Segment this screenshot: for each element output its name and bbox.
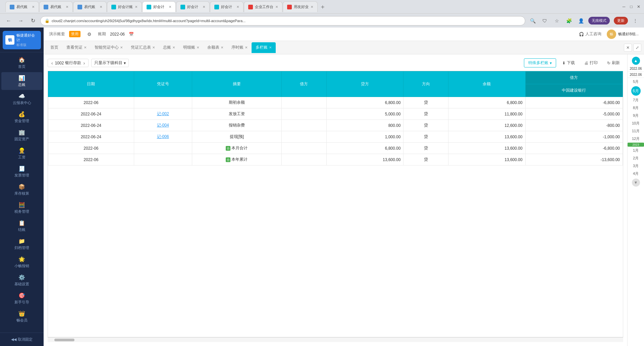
cell-voucher[interactable]: 记-006 bbox=[134, 131, 192, 143]
date-month-6-active[interactable]: 6月 bbox=[631, 86, 641, 96]
horizontal-scrollbar[interactable] bbox=[48, 337, 623, 342]
tab-close-icon[interactable]: ✕ bbox=[32, 5, 35, 9]
new-tab-button[interactable]: ＋ bbox=[318, 2, 327, 11]
tab-close-icon[interactable]: ✕ bbox=[245, 46, 248, 49]
profile-icon[interactable]: 👤 bbox=[576, 16, 586, 26]
tab-close-icon[interactable]: ✕ bbox=[84, 46, 87, 49]
date-month-7[interactable]: 7月 bbox=[628, 96, 644, 104]
sidebar-item-guide[interactable]: 🎯 新手引导 bbox=[1, 290, 42, 307]
cell-extra: -800.00 bbox=[525, 120, 623, 131]
tab-detail-ledger[interactable]: 明细账 ✕ bbox=[179, 42, 203, 53]
incognito-mode-button[interactable]: 无痕模式 bbox=[588, 17, 610, 24]
tab-close-icon[interactable]: ✕ bbox=[269, 46, 272, 49]
tab-voucher-summary[interactable]: 凭证汇总表 ✕ bbox=[127, 42, 159, 53]
cell-voucher[interactable]: 记-004 bbox=[134, 120, 192, 131]
special-multicolumn-button[interactable]: 特殊多栏账 ▾ bbox=[524, 58, 556, 67]
sidebar-item-report[interactable]: ☁️ 云报表中心 bbox=[1, 90, 42, 108]
calendar-icon[interactable]: 📅 bbox=[129, 32, 134, 37]
sidebar-item-ledger[interactable]: 📊 总账 bbox=[1, 72, 42, 90]
tab-好会计账[interactable]: 好会计账 ✕ bbox=[107, 1, 142, 12]
extensions-icon[interactable]: 🧩 bbox=[564, 16, 574, 26]
tab-好会计-3[interactable]: 好会计 ✕ bbox=[210, 1, 244, 12]
back-button[interactable]: ← bbox=[4, 16, 13, 26]
sidebar-item-settings[interactable]: ⚙️ 基础设置 bbox=[1, 271, 42, 289]
date-month-8[interactable]: 8月 bbox=[628, 104, 644, 112]
reload-button[interactable]: ↻ bbox=[28, 16, 38, 26]
unpin-button[interactable]: ◀◀ 取消固定 bbox=[1, 336, 42, 343]
menu-icon[interactable]: ⋮ bbox=[631, 16, 640, 26]
tab-close-icon[interactable]: ✕ bbox=[66, 5, 68, 9]
sidebar-item-invoice[interactable]: 🧾 发票管理 bbox=[1, 163, 42, 181]
cell-voucher[interactable]: 记-002 bbox=[134, 108, 192, 120]
tab-multi-column[interactable]: 多栏账 ✕ bbox=[252, 42, 276, 53]
collapse-left-button[interactable]: ✕ bbox=[624, 44, 632, 52]
tab-close-icon[interactable]: ✕ bbox=[169, 5, 171, 9]
date-month-12[interactable]: 12月 bbox=[628, 135, 644, 143]
refresh-button[interactable]: ↻ 刷新 bbox=[604, 59, 623, 67]
tab-close-icon[interactable]: ✕ bbox=[120, 46, 123, 49]
date-scroll-down-button[interactable]: ▼ bbox=[632, 179, 640, 187]
tab-close-icon[interactable]: ✕ bbox=[152, 46, 155, 49]
address-bar[interactable]: 🔒 cloud2.chanjet.com/accounting/uh26t264… bbox=[40, 16, 525, 26]
sidebar-item-home[interactable]: 🏠 首页 bbox=[1, 54, 42, 72]
print-button[interactable]: 🖨 打印 bbox=[581, 59, 601, 67]
sub-account-filter[interactable]: 只显示下级科目 ▾ bbox=[91, 59, 129, 67]
close-window-button[interactable]: ✕ bbox=[636, 4, 641, 9]
search-icon[interactable]: 🔍 bbox=[528, 16, 537, 26]
next-account-button[interactable]: › bbox=[83, 60, 86, 66]
date-month-4[interactable]: 4月 bbox=[628, 170, 644, 178]
update-button[interactable]: 更新 bbox=[614, 17, 628, 24]
tab-close-icon[interactable]: ✕ bbox=[172, 46, 175, 49]
consult-button[interactable]: 🎧 人工咨询 bbox=[579, 31, 601, 37]
sidebar-item-tax[interactable]: 🧮 税务管理 bbox=[1, 199, 42, 217]
settings-gear-icon[interactable]: ⚙ bbox=[85, 30, 94, 39]
collapse-right-button[interactable]: ⤢ bbox=[633, 44, 641, 52]
sidebar-item-inventory[interactable]: 📦 库存核算 bbox=[1, 181, 42, 199]
star-icon[interactable]: ☆ bbox=[552, 16, 561, 26]
sidebar-item-closing[interactable]: 📋 结账 bbox=[1, 217, 42, 235]
scrollbar-thumb[interactable] bbox=[54, 339, 74, 341]
tab-易代账-2[interactable]: 易代账 ✕ bbox=[39, 1, 73, 12]
tab-close-icon[interactable]: ✕ bbox=[197, 46, 199, 49]
sidebar-item-payroll[interactable]: 👷 工资 bbox=[1, 145, 42, 162]
date-month-10[interactable]: 10月 bbox=[628, 119, 644, 127]
tab-企业工作台[interactable]: 企业工作台 ✕ bbox=[244, 1, 282, 12]
shield-icon[interactable]: 🛡 bbox=[540, 16, 549, 26]
sidebar-item-archive[interactable]: 📁 归档管理 bbox=[1, 235, 42, 253]
tab-close-icon[interactable]: ✕ bbox=[311, 5, 313, 9]
date-month-2[interactable]: 2月 bbox=[628, 154, 644, 162]
date-scroll-up-button[interactable]: ▲ bbox=[632, 57, 640, 65]
date-month-3[interactable]: 3月 bbox=[628, 162, 644, 170]
tab-好会计-active[interactable]: 好会计 ✕ bbox=[142, 1, 176, 12]
prev-account-button[interactable]: ‹ bbox=[51, 60, 54, 66]
date-month-9[interactable]: 9月 bbox=[628, 112, 644, 119]
tab-home[interactable]: 首页 bbox=[46, 42, 62, 53]
tab-close-icon[interactable]: ✕ bbox=[135, 5, 138, 9]
minimize-button[interactable]: ─ bbox=[621, 4, 627, 9]
download-button[interactable]: ⬇ 下载 bbox=[559, 59, 578, 67]
tab-易代账-3[interactable]: 易代账 ✕ bbox=[73, 1, 107, 12]
tab-general-ledger[interactable]: 总账 ✕ bbox=[159, 42, 179, 53]
tab-close-icon[interactable]: ✕ bbox=[275, 5, 278, 9]
tab-close-icon[interactable]: ✕ bbox=[203, 5, 205, 9]
sidebar-item-funds[interactable]: 💰 资金管理 bbox=[1, 108, 42, 126]
sidebar-item-expense[interactable]: 🌟 小畅报销 bbox=[1, 253, 42, 271]
tab-易代账-1[interactable]: 易代账 ✕ bbox=[5, 1, 39, 12]
tab-用友好业[interactable]: 用友好业 ✕ bbox=[283, 1, 318, 12]
forward-button[interactable]: → bbox=[16, 16, 25, 26]
date-month-5[interactable]: 5月 bbox=[628, 78, 644, 86]
date-month-1[interactable]: 1月 bbox=[628, 147, 644, 154]
tab-好会计-2[interactable]: 好会计 ✕ bbox=[176, 1, 210, 12]
tab-balance[interactable]: 余额表 ✕ bbox=[203, 42, 227, 53]
tab-close-icon[interactable]: ✕ bbox=[100, 5, 102, 9]
tab-close-icon[interactable]: ✕ bbox=[236, 5, 239, 9]
tab-sequence[interactable]: 序时账 ✕ bbox=[227, 42, 252, 53]
sidebar-item-fixed-assets[interactable]: 🏢 固定资产 bbox=[1, 127, 42, 144]
user-badge[interactable]: 畅 畅通好B组... bbox=[607, 30, 639, 39]
sidebar-item-membership[interactable]: 👑 畅会员 bbox=[1, 308, 42, 326]
tab-smart-voucher[interactable]: 智能凭证中心 ✕ bbox=[91, 42, 127, 53]
tab-close-icon[interactable]: ✕ bbox=[221, 46, 223, 49]
date-month-11[interactable]: 11月 bbox=[628, 127, 644, 135]
tab-view-voucher[interactable]: 查看凭证 ✕ bbox=[62, 42, 91, 53]
maximize-button[interactable]: □ bbox=[629, 4, 634, 9]
